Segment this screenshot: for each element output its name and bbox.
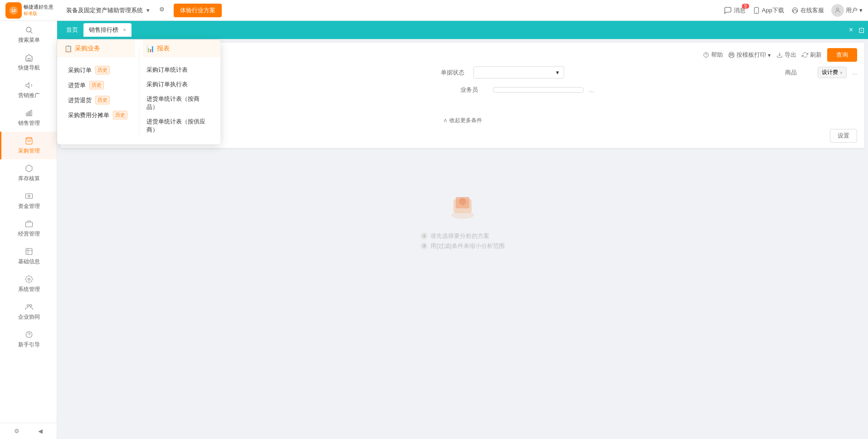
- home-icon: [24, 53, 34, 62]
- collapse-arrow-icon: ∧: [443, 117, 448, 123]
- tab-sales-rank[interactable]: 销售排行榜 ×: [83, 23, 132, 37]
- phone-icon: [753, 7, 760, 14]
- sidebar-item-system[interactable]: 系统管理: [0, 270, 57, 298]
- svg-rect-12: [29, 112, 30, 116]
- dropdown-report-2[interactable]: 进货单统计表（按商品）: [143, 92, 214, 114]
- dropdown-arrow-icon[interactable]: ▾: [146, 7, 154, 14]
- sidebar-bottom: ⚙ ◀: [0, 423, 57, 439]
- industry-button[interactable]: 体验行业方案: [174, 4, 222, 17]
- tab-window-close-icon[interactable]: ×: [849, 26, 853, 34]
- message-icon: [724, 6, 732, 15]
- svg-point-8: [836, 8, 839, 10]
- hint-circle-1: ①: [420, 232, 428, 240]
- dropdown-report-1[interactable]: 采购订单执行表: [143, 77, 214, 92]
- goods-tag: 设计费 ×: [818, 67, 847, 78]
- doc-status-dropdown-icon: ▾: [556, 69, 559, 76]
- sidebar-item-operation[interactable]: 经营管理: [0, 215, 57, 242]
- doc-status-label: 单据状态: [441, 69, 468, 77]
- goods-more-icon[interactable]: ...: [852, 69, 857, 76]
- export-button[interactable]: 导出: [776, 51, 796, 59]
- sidebar-item-purchase[interactable]: 采购管理: [0, 132, 57, 159]
- online-service[interactable]: 在线客服: [791, 6, 824, 15]
- cooperation-icon: [24, 302, 34, 311]
- svg-point-23: [30, 305, 32, 307]
- sidebar: 搜索菜单 快捷导航 营销推广 销售管理: [0, 21, 57, 439]
- box-icon: [24, 164, 34, 173]
- system-settings-icon: [24, 275, 34, 284]
- tab-window-restore-icon[interactable]: ⊡: [858, 26, 864, 35]
- dropdown-purchase-order[interactable]: 采购订单 历史: [64, 63, 135, 78]
- print-dropdown-icon[interactable]: ▾: [768, 52, 771, 59]
- bottom-settings-icon[interactable]: ⚙: [14, 428, 20, 434]
- goods-label: 商品: [785, 69, 812, 77]
- print-template-button[interactable]: 按模板打印 ▾: [728, 51, 771, 59]
- svg-rect-15: [26, 194, 33, 199]
- purchase-dropdown-menu: 📋 采购业务 采购订单 历史 进货单 历史 进货退货 历史 采购费用分摊单 历史: [57, 40, 220, 144]
- help-icon: [703, 52, 709, 58]
- svg-point-21: [28, 278, 30, 281]
- svg-rect-17: [26, 222, 33, 227]
- tab-close-icon[interactable]: ×: [123, 27, 126, 33]
- sidebar-collapse-icon[interactable]: ◀: [38, 428, 43, 434]
- empty-illustration: [444, 188, 481, 226]
- query-button[interactable]: 查询: [827, 48, 857, 62]
- tabs-bar: 首页 销售排行榜 × × ⊡: [57, 21, 868, 39]
- dropdown-return[interactable]: 进货退货 历史: [64, 93, 135, 108]
- sidebar-item-nav[interactable]: 快捷导航: [0, 49, 57, 76]
- sidebar-item-sales[interactable]: 销售管理: [0, 104, 57, 132]
- guide-icon: [24, 330, 34, 339]
- doc-status-select[interactable]: ▾: [473, 66, 564, 79]
- sidebar-item-basic[interactable]: 基础信息: [0, 242, 57, 270]
- dropdown-incoming[interactable]: 进货单 历史: [64, 78, 135, 93]
- top-bar: 畅捷通好生意 标准版 装备及固定资产辅助管理系统 ▾ ⚙ 体验行业方案 消息 9: [0, 0, 868, 21]
- report-col: 📊 报表 采购订单统计表 采购订单执行表 进货单统计表（按商品） 进货单统计表（…: [143, 47, 214, 137]
- sidebar-item-inventory[interactable]: 库存核算: [0, 159, 57, 187]
- sidebar-item-search[interactable]: 搜索菜单: [0, 21, 57, 49]
- refresh-button[interactable]: 刷新: [802, 51, 822, 59]
- tab-home[interactable]: 首页: [61, 23, 83, 37]
- svg-point-27: [706, 56, 707, 56]
- system-title: 装备及固定资产辅助管理系统 ▾ ⚙: [66, 6, 168, 15]
- table-icon: [24, 247, 34, 256]
- message-area[interactable]: 消息 9: [724, 6, 746, 15]
- chart-icon: [24, 109, 34, 118]
- history-badge-2[interactable]: 历史: [95, 96, 110, 104]
- sidebar-item-finance[interactable]: 资金管理: [0, 187, 57, 215]
- svg-point-0: [10, 6, 18, 14]
- history-badge-3[interactable]: 历史: [113, 111, 127, 119]
- cart-icon: [24, 136, 34, 145]
- purchase-title-icon: 📋: [64, 45, 72, 52]
- empty-state: ① 请先选择要分析的方案 ② 用[过滤]条件来缩小分析范围: [57, 152, 868, 288]
- purchase-col-title: 📋 采购业务: [57, 40, 135, 57]
- settings-icon[interactable]: ⚙: [159, 6, 168, 15]
- dropdown-report-0[interactable]: 采购订单统计表: [143, 63, 214, 77]
- user-dropdown-icon: ▾: [859, 7, 863, 14]
- empty-hint-2: 用[过滤]条件来缩小分析范围: [430, 242, 504, 250]
- empty-hint-1: 请先选择要分析的方案: [430, 232, 489, 240]
- history-badge-1[interactable]: 历史: [89, 81, 104, 89]
- dropdown-expense[interactable]: 采购费用分摊单 历史: [64, 108, 135, 123]
- sidebar-item-cooperation[interactable]: 企业协同: [0, 298, 57, 326]
- set-button[interactable]: 设置: [830, 129, 857, 143]
- svg-point-26: [704, 53, 709, 58]
- user-area[interactable]: 用户 ▾: [831, 4, 863, 17]
- goods-tag-close-icon[interactable]: ×: [840, 70, 843, 75]
- help-button[interactable]: 帮助: [703, 51, 723, 59]
- svg-rect-3: [754, 7, 758, 13]
- refresh-icon: [802, 52, 808, 58]
- svg-point-25: [29, 336, 29, 336]
- salesperson-more-icon[interactable]: ...: [589, 87, 594, 94]
- salesperson-select[interactable]: [493, 87, 584, 93]
- history-badge-0[interactable]: 历史: [95, 66, 110, 74]
- headset-icon: [791, 7, 799, 14]
- dropdown-divider: [139, 47, 139, 137]
- top-right: 消息 9 App下载 在线客服: [724, 4, 863, 17]
- app-download[interactable]: App下载: [753, 6, 784, 15]
- sidebar-item-marketing[interactable]: 营销推广: [0, 76, 57, 104]
- svg-rect-28: [730, 52, 733, 54]
- search-icon: [24, 25, 34, 35]
- sidebar-item-guide[interactable]: 新手引导: [0, 326, 57, 353]
- user-label: 用户: [846, 6, 858, 15]
- hint-circle-2: ②: [420, 242, 428, 250]
- dropdown-report-3[interactable]: 进货单统计表（按供应商）: [143, 114, 214, 137]
